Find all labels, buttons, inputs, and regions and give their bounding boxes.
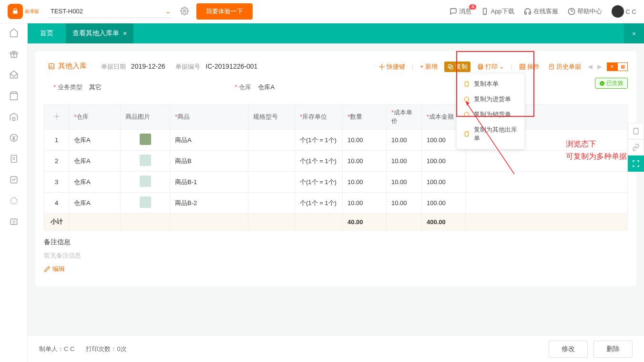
user-menu[interactable]: C C xyxy=(612,5,636,18)
tab-active[interactable]: 查看其他入库单 × xyxy=(66,23,133,43)
svg-rect-31 xyxy=(520,64,522,66)
copy-to-purchase[interactable]: 复制为进货单 xyxy=(457,92,524,107)
add-button[interactable]: + 新增 xyxy=(418,62,440,72)
org-selector[interactable]: TEST-H002 ⌄ xyxy=(49,5,173,18)
row-warehouse: 仓库A xyxy=(69,151,121,172)
gift-icon[interactable] xyxy=(9,49,19,59)
out-icon xyxy=(463,131,470,137)
copy-to-other-out[interactable]: 复制为其他出库单 xyxy=(457,122,524,146)
doc-type-tab[interactable]: 其他入库 xyxy=(44,59,91,74)
app-logo xyxy=(8,4,23,19)
document-panel: 浏览态下 可复制为多种单据 已生效 其他入库 单据日期 2 xyxy=(35,51,636,286)
copy-to-sales[interactable]: 复制为销货单 xyxy=(457,107,524,122)
float-link-button[interactable] xyxy=(628,139,644,155)
svg-rect-38 xyxy=(465,82,469,86)
row-qty: 10.00 xyxy=(343,130,387,151)
col-warehouse: *仓库 xyxy=(69,104,121,130)
float-note-button[interactable] xyxy=(628,123,644,139)
print-button[interactable]: 打印 ⌄ xyxy=(475,62,506,72)
tab-active-label: 查看其他入库单 xyxy=(72,29,119,38)
row-warehouse: 仓库A xyxy=(69,172,121,193)
row-amount: 100.00 xyxy=(422,172,466,193)
copy-label: 复制 xyxy=(455,62,468,71)
tab-home[interactable]: 首页 xyxy=(28,23,66,43)
list-view-button[interactable]: ≡ xyxy=(607,62,617,71)
shortcut-label: 快捷键 xyxy=(387,62,405,71)
sales-icon[interactable] xyxy=(9,70,19,80)
chevron-down-icon: ⌄ xyxy=(499,63,504,70)
row-unit: 个(1个 = 1个) xyxy=(295,151,343,172)
shortcut-button[interactable]: 快捷键 xyxy=(377,62,407,72)
remarks-edit-label: 编辑 xyxy=(52,265,65,273)
tab-bar: 首页 查看其他入库单 × × xyxy=(28,23,644,43)
print-count-info: 打印次数：0次 xyxy=(86,345,126,353)
app-download-link[interactable]: App下载 xyxy=(481,7,514,16)
copy-other-out-label: 复制为其他出库单 xyxy=(474,125,518,143)
left-sidebar: 新 xyxy=(0,23,28,362)
warehouse-icon[interactable] xyxy=(9,112,19,122)
col-product: *商品 xyxy=(170,104,248,130)
purchase-icon xyxy=(463,96,470,103)
new-icon[interactable]: 新 xyxy=(9,217,19,227)
copy-button[interactable]: 复制 xyxy=(444,62,470,72)
row-qty: 10.00 xyxy=(343,193,387,214)
home-icon[interactable] xyxy=(9,28,19,38)
col-gear[interactable] xyxy=(44,104,69,130)
close-all-tabs-button[interactable]: × xyxy=(624,23,644,43)
refresh-icon[interactable] xyxy=(9,196,19,206)
status-text: 已生效 xyxy=(606,79,624,87)
copy-this-label: 复制本单 xyxy=(474,80,499,88)
history-label: 历史单据 xyxy=(556,62,581,71)
history-button[interactable]: 历史单据 xyxy=(546,62,583,72)
settings-gear-icon[interactable] xyxy=(180,7,189,17)
table-row: 2 仓库A 商品B 个(1个 = 1个) 10.00 10.00 100.00 xyxy=(44,151,628,172)
date-value: 2019-12-26 xyxy=(131,62,165,70)
col-price: *成本单价 xyxy=(387,104,422,130)
table-row: 3 仓库A 商品B-1 个(1个 = 1个) 10.00 10.00 100.0… xyxy=(44,172,628,193)
print-label: 打印 xyxy=(485,62,498,71)
grid-view-button[interactable]: ▦ xyxy=(617,62,628,71)
date-label: 单据日期 xyxy=(101,63,126,70)
plus-icon: + xyxy=(420,63,424,70)
trial-button[interactable]: 我要体验一下 xyxy=(196,3,253,20)
operate-label: 操作 xyxy=(527,62,540,71)
row-unit: 个(1个 = 1个) xyxy=(295,130,343,151)
table-row: 1 仓库A 商品A 个(1个 = 1个) 10.00 10.00 100.00 xyxy=(44,130,628,151)
row-unit: 个(1个 = 1个) xyxy=(295,172,343,193)
svg-point-0 xyxy=(184,10,186,12)
copy-this-doc[interactable]: 复制本单 xyxy=(457,76,524,92)
row-price: 10.00 xyxy=(387,193,422,214)
clipboard-icon[interactable] xyxy=(9,154,19,164)
row-unit: 个(1个 = 1个) xyxy=(295,193,343,214)
row-spec xyxy=(248,172,295,193)
user-name: C C xyxy=(626,8,636,15)
toolbar: 快捷键 | + 新增 复制 打印 xyxy=(377,62,628,72)
operate-button[interactable]: 操作 xyxy=(517,62,542,72)
next-doc-button[interactable]: ▶ xyxy=(597,63,602,70)
row-index: 2 xyxy=(44,151,69,172)
prev-doc-button[interactable]: ◀ xyxy=(588,63,593,70)
row-qty: 10.00 xyxy=(343,172,387,193)
money-icon[interactable] xyxy=(9,133,19,143)
float-expand-button[interactable] xyxy=(628,155,644,172)
delete-button[interactable]: 删除 xyxy=(593,341,633,358)
online-service-link[interactable]: 在线客服 xyxy=(524,7,558,16)
copy-icon xyxy=(463,81,470,87)
annotation-line1: 浏览态下 xyxy=(566,138,627,150)
view-toggle: ≡ ▦ xyxy=(607,62,628,71)
tab-close-icon[interactable]: × xyxy=(123,30,127,37)
doc-no-value: IC-20191226-001 xyxy=(205,62,257,70)
messages-link[interactable]: 消息 4 xyxy=(450,7,471,16)
svg-rect-41 xyxy=(465,132,469,136)
help-center-link[interactable]: 帮助中心 xyxy=(568,7,602,16)
status-badge: 已生效 xyxy=(595,78,628,89)
row-image xyxy=(121,130,170,151)
annotation-line2: 可复制为多种单据 xyxy=(566,150,627,163)
modify-button[interactable]: 修改 xyxy=(549,341,588,358)
remarks-edit-button[interactable]: 编辑 xyxy=(44,265,65,273)
svg-rect-33 xyxy=(520,67,522,69)
bag-icon[interactable] xyxy=(9,91,19,101)
row-index: 4 xyxy=(44,193,69,214)
copy-sales-label: 复制为销货单 xyxy=(474,110,511,119)
report-icon[interactable] xyxy=(9,175,19,185)
